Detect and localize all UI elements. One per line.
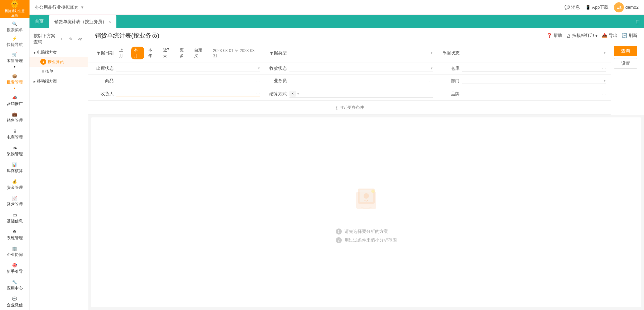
sidebar-item-enterprise[interactable]: 🏢 企业协同	[0, 244, 30, 260]
doc-status-select[interactable]: ▾	[462, 50, 606, 56]
sidebar-item-wechat-label: 企业微信	[7, 302, 23, 308]
doc-type-select[interactable]: ▾	[289, 50, 433, 56]
active-dot-icon: ●	[40, 59, 46, 65]
tab-close-icon[interactable]: ×	[109, 19, 111, 24]
settings-button[interactable]: 设置	[614, 58, 637, 69]
settlement-chevron-icon[interactable]: ▾	[297, 92, 299, 96]
sidebar-search-label: 搜索菜单	[7, 27, 23, 33]
print-btn[interactable]: 🖨 按模板打印 ▾	[566, 33, 598, 39]
export-icon: 📤	[602, 33, 607, 38]
sidebar-item-purchase-label: 采购管理	[7, 151, 23, 157]
warehouse-ellipsis-icon: ···	[602, 66, 606, 71]
scheme-item-by-order-label: 按单	[45, 68, 53, 74]
dept-select[interactable]: ▾	[462, 78, 606, 84]
desktop-scheme-group: ▾ 电脑端方案 ● 按业务员 ≡ 按单	[30, 48, 88, 76]
filter-fields: 单据日期 上月 本月 本年 近7天 更多 自定义 2023-03-01 至 20…	[88, 43, 611, 115]
warehouse-select[interactable]: ···	[462, 65, 606, 72]
mobile-scheme-group-title[interactable]: ▸ 移动端方案	[30, 77, 88, 86]
header-app-download-btn[interactable]: 📱 App下载	[585, 4, 608, 10]
query-button[interactable]: 查询	[614, 46, 637, 56]
scheme-item-by-order[interactable]: ≡ 按单	[30, 67, 88, 76]
salesperson-ellipsis-icon: ···	[429, 78, 433, 83]
refresh-btn[interactable]: 🔄 刷新	[622, 33, 637, 39]
tab-bar: 首页 销货单统计表（按业务员） × ⬚	[30, 15, 644, 28]
date-btn-last-7-days[interactable]: 近7天	[160, 47, 176, 59]
out-status-select[interactable]: ▾	[116, 65, 260, 71]
filter-wrapper: 单据日期 上月 本月 本年 近7天 更多 自定义 2023-03-01 至 20…	[88, 43, 644, 115]
sidebar-item-wholesale[interactable]: 📦 批发管理 ▴	[0, 71, 30, 93]
header-user-area[interactable]: Ea demo2	[614, 2, 639, 12]
app-logo[interactable]: 🌞 畅捷通好生意 标版	[0, 0, 30, 18]
print-dropdown-icon[interactable]: ▾	[595, 33, 598, 38]
user-initials: Ea	[616, 5, 622, 10]
desktop-scheme-group-label: 电脑端方案	[37, 50, 57, 55]
empty-tip-1: 1 请先选择要分析的方案	[336, 228, 397, 235]
header-message-btn[interactable]: 💬 消息	[565, 4, 580, 10]
filter-actions-row: 单据日期 上月 本月 本年 近7天 更多 自定义 2023-03-01 至 20…	[88, 43, 644, 115]
brand-select[interactable]: ···	[462, 91, 606, 97]
sidebar-quick-nav-label: 快捷导航	[7, 42, 23, 48]
consignee-input[interactable]: ···	[116, 90, 260, 97]
date-btn-last-month[interactable]: 上月	[116, 47, 130, 59]
sidebar-item-sales-label: 销售管理	[7, 118, 23, 123]
page-header: 销货单统计表(按业务员) ❓ 帮助 🖨 按模板打印 ▾ 📤 导出	[88, 28, 644, 43]
header-dropdown-icon[interactable]: ▾	[81, 5, 84, 10]
edit-scheme-icon: ✎	[69, 37, 73, 42]
tab-sales-stat-label: 销货单统计表（按业务员）	[54, 19, 107, 25]
sidebar-item-basic[interactable]: 🗃 基础信息	[0, 210, 30, 227]
help-btn[interactable]: ❓ 帮助	[546, 33, 562, 39]
sidebar-item-ecommerce[interactable]: 🖥 电商管理	[0, 126, 30, 143]
sidebar-item-purchase[interactable]: 🛍 采购管理	[0, 143, 30, 160]
logo-icon: 🌞	[10, 0, 19, 8]
tab-maximize-btn[interactable]: ⬚	[635, 18, 641, 25]
export-btn[interactable]: 📤 导出	[602, 33, 618, 39]
tab-home[interactable]: 首页	[30, 15, 49, 28]
svg-point-4	[371, 190, 375, 193]
collapse-panel-btn[interactable]: ≪	[76, 35, 84, 43]
sidebar-item-inventory[interactable]: 📊 库存核算	[0, 160, 30, 176]
doc-status-chevron-icon: ▾	[604, 51, 606, 55]
sidebar-item-appstore[interactable]: 🔧 应用中心	[0, 277, 30, 294]
appstore-icon: 🔧	[12, 280, 17, 285]
salesperson-select[interactable]: ···	[289, 78, 433, 84]
sidebar-search[interactable]: 🔍 搜索菜单	[0, 18, 29, 34]
dept-label: 部门	[439, 78, 460, 84]
header-app-download-label: App下载	[592, 4, 608, 10]
sidebar-item-operation-label: 经营管理	[7, 202, 23, 207]
settlement-select[interactable]: × ▾	[289, 90, 433, 98]
edit-scheme-btn[interactable]: ✎	[67, 35, 74, 43]
refresh-label: 刷新	[629, 33, 637, 39]
date-btn-this-month[interactable]: 本月	[131, 47, 145, 59]
page-header-actions: ❓ 帮助 🖨 按模板打印 ▾ 📤 导出 🔄 刷新	[546, 33, 637, 42]
goods-select[interactable]: ···	[116, 78, 260, 84]
newbie-icon: 🎯	[12, 263, 17, 268]
sidebar-item-wechat[interactable]: 💬 企业微信	[0, 294, 30, 310]
date-range-value: 2023-03-01 至 2023-03-31	[213, 48, 260, 58]
sidebar-item-basic-label: 基础信息	[7, 218, 23, 224]
add-scheme-btn[interactable]: +	[58, 35, 65, 43]
logo-subtitle: 标版	[11, 13, 18, 18]
sidebar-quick-nav[interactable]: ⚡ 快捷导航	[0, 34, 29, 48]
mobile-group-chevron-icon: ▸	[34, 79, 36, 84]
date-btn-custom[interactable]: 自定义	[192, 47, 209, 59]
date-btn-more[interactable]: 更多	[177, 47, 191, 59]
date-btn-this-year[interactable]: 本年	[146, 47, 159, 59]
receipt-status-select[interactable]: ▾	[289, 65, 433, 71]
sidebar-item-operation[interactable]: 📈 经营管理	[0, 193, 30, 210]
sidebar-item-retail[interactable]: 🛒 零售管理 ▾	[0, 50, 30, 71]
desktop-scheme-group-title[interactable]: ▾ 电脑端方案	[30, 48, 88, 57]
sidebar-item-system[interactable]: ⚙ 系统管理	[0, 227, 30, 244]
marketing-icon: 📣	[12, 95, 17, 100]
settlement-tag-close[interactable]: ×	[291, 91, 294, 96]
sidebar-item-newbie-label: 新手引导	[7, 269, 23, 274]
sidebar-item-marketing[interactable]: 📣 营销推广	[0, 93, 30, 109]
sidebar-item-newbie[interactable]: 🎯 新手引导	[0, 260, 30, 277]
app-download-icon: 📱	[585, 5, 591, 10]
filter-buttons: 查询 设置	[611, 43, 644, 71]
tab-sales-stat[interactable]: 销货单统计表（按业务员） ×	[49, 15, 116, 29]
collapse-filters-btn[interactable]: ⟪ 收起更多条件	[335, 103, 364, 112]
sidebar-item-sales[interactable]: 💼 销售管理	[0, 109, 30, 126]
sidebar-item-finance[interactable]: 💰 资金管理	[0, 176, 30, 193]
scheme-item-by-salesperson[interactable]: ● 按业务员	[30, 57, 88, 67]
collapse-label: 收起更多条件	[340, 105, 364, 110]
